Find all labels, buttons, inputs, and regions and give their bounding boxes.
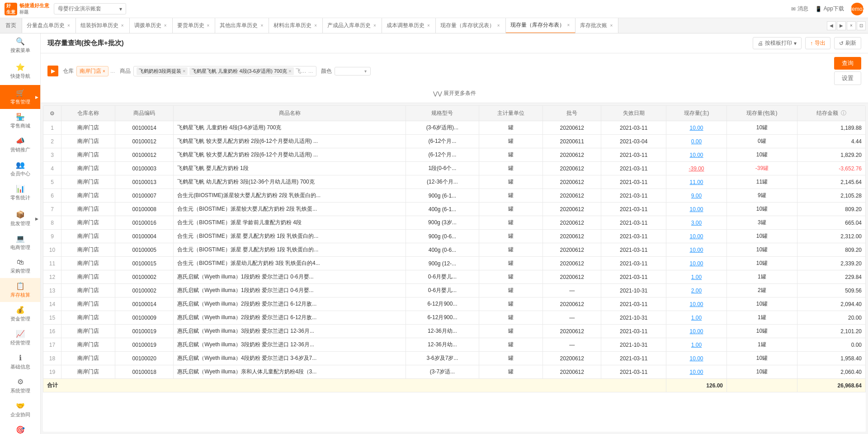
- tab-next-btn[interactable]: ▶: [837, 21, 846, 30]
- row-qty[interactable]: 10.00: [666, 203, 727, 216]
- sidebar-item-wholesale[interactable]: 📦 批发管理 ▶: [0, 207, 40, 231]
- row-qty[interactable]: 3.00: [666, 216, 727, 230]
- product-tag-2[interactable]: 飞鹤星飞帆 儿童奶粉 4段(3-6岁适用) 700克 ×: [189, 67, 293, 75]
- row-qty[interactable]: -39.00: [666, 162, 727, 175]
- row-batch: 20200612: [543, 175, 601, 189]
- tab-qitachuку[interactable]: 其他出库单历史 ×: [215, 18, 269, 33]
- filter-dots-btn[interactable]: …: [308, 68, 313, 74]
- tab-maximize-btn[interactable]: ⊡: [857, 21, 866, 30]
- row-qty[interactable]: 10.00: [666, 352, 727, 365]
- sidebar-item-corp[interactable]: 🤝 企业协同: [0, 398, 40, 422]
- tab-cailiao[interactable]: 材料出库单历史 ×: [269, 18, 323, 33]
- query-button[interactable]: 查询: [834, 57, 861, 70]
- row-code: 00100012: [115, 135, 174, 148]
- warehouse-tag[interactable]: 南岸门店 ×: [76, 66, 108, 76]
- info-icon[interactable]: ⓘ: [841, 110, 846, 116]
- close-icon[interactable]: ×: [183, 68, 185, 74]
- close-icon[interactable]: ×: [163, 23, 168, 28]
- close-icon[interactable]: ×: [120, 23, 125, 28]
- row-qty[interactable]: 0.00: [666, 135, 727, 148]
- sidebar-item-system[interactable]: ⚙ 系统管理: [0, 374, 40, 398]
- close-icon[interactable]: ×: [609, 23, 613, 28]
- tab-kucun-status[interactable]: 现存量（库存状况表）×: [436, 18, 506, 33]
- row-qty[interactable]: 10.00: [666, 365, 727, 379]
- tab-kucun-dist[interactable]: 现存量（库存分布表）×: [506, 18, 576, 33]
- industry-selector[interactable]: 母婴行业演示账套 ▾: [54, 3, 126, 14]
- row-qty[interactable]: 10.00: [666, 325, 727, 338]
- sidebar-label-ops: 经营管理: [10, 340, 30, 346]
- color-filter-input[interactable]: ▾: [335, 67, 371, 75]
- sidebar-item-nav[interactable]: ⭐ 快捷导航: [0, 59, 40, 83]
- row-qty[interactable]: 11.00: [666, 175, 727, 189]
- sidebar-item-basics[interactable]: ℹ 基础信息: [0, 350, 40, 374]
- row-name: 惠氏启赋（Wyeth illuma）3段奶粉 爱尔兰进口 12-36月...: [174, 325, 406, 338]
- row-qty[interactable]: 1.00: [666, 338, 727, 352]
- table-row: 18 南岸门店 00100020 惠氏启赋（Wyeth illuma）4段奶粉 …: [43, 352, 866, 365]
- row-qty[interactable]: 10.00: [666, 230, 727, 243]
- sidebar-item-inventory[interactable]: 📋 库存核算: [0, 278, 40, 302]
- row-num: 11: [43, 257, 61, 270]
- close-icon[interactable]: ×: [426, 23, 431, 28]
- close-icon[interactable]: ×: [496, 23, 501, 28]
- row-qty[interactable]: 1.00: [666, 311, 727, 325]
- row-batch: 20200612: [543, 189, 601, 203]
- close-icon[interactable]: ×: [288, 68, 291, 74]
- close-icon[interactable]: ×: [66, 23, 71, 28]
- tab-yaohuo[interactable]: 要货单历史 ×: [173, 18, 216, 33]
- tab-prev-btn[interactable]: ◀: [827, 21, 836, 30]
- table-row: 10 南岸门店 00100005 合生元（BIOSTIME）派星 婴儿配方奶粉 …: [43, 243, 866, 257]
- sidebar-item-finance[interactable]: 💰 资金管理: [0, 302, 40, 326]
- tab-zuzhuang[interactable]: 组装拆卸单历史 ×: [76, 18, 130, 33]
- close-icon[interactable]: ×: [206, 23, 211, 28]
- app-download-button[interactable]: 📱 App下载: [815, 5, 844, 13]
- sidebar-item-guide[interactable]: 🎯 新手引导: [0, 422, 40, 434]
- close-icon[interactable]: ×: [259, 23, 264, 28]
- tab-chengpin[interactable]: 产成品入库单历史 ×: [323, 18, 382, 33]
- row-qty[interactable]: 10.00: [666, 121, 727, 135]
- close-icon[interactable]: ×: [566, 22, 571, 28]
- filter-more-btn[interactable]: …: [110, 68, 115, 74]
- row-qty[interactable]: 10.00: [666, 243, 727, 257]
- product-tag-1[interactable]: 飞鹤奶粉3段两提装 ×: [137, 67, 188, 75]
- row-qty[interactable]: 2.00: [666, 284, 727, 297]
- sidebar-item-retail[interactable]: 🛒 零售管理 ▶: [0, 85, 40, 109]
- sidebar-item-search[interactable]: 🔍 搜索菜单: [0, 33, 40, 57]
- tab-close-btn[interactable]: ×: [847, 21, 856, 30]
- sidebar-label-system: 系统管理: [10, 387, 30, 394]
- row-qty[interactable]: 10.00: [666, 148, 727, 162]
- data-table: ⚙ 仓库名称 商品编码 商品名称 规格型号 主计量单位 批号 失效日期 现存量(…: [43, 105, 866, 392]
- row-qty[interactable]: 10.00: [666, 257, 727, 270]
- sidebar-item-ecom[interactable]: 💻 电商管理: [0, 231, 40, 255]
- setting-button[interactable]: 设置: [834, 71, 861, 85]
- close-icon[interactable]: ×: [313, 23, 318, 28]
- expand-filter-btn[interactable]: ⋁⋁ 展开更多条件: [431, 88, 478, 99]
- sidebar-item-purchase[interactable]: 🛍 采购管理: [0, 255, 40, 278]
- sidebar-item-store[interactable]: 🏪 零售商城: [0, 109, 40, 133]
- sidebar-item-retail-stats[interactable]: 📊 零售统计: [0, 181, 40, 205]
- row-name: 飞鹤星飞帆 较大婴儿配方奶粉 2段(6-12个月婴幼儿适用) ...: [174, 148, 406, 162]
- row-qty[interactable]: 1.00: [666, 270, 727, 284]
- tab-fenpan[interactable]: 分量盘点单历史 ×: [22, 18, 76, 33]
- sidebar-item-marketing[interactable]: 📣 营销推广: [0, 133, 40, 157]
- avatar[interactable]: demo2: [851, 3, 863, 15]
- export-button[interactable]: ↑ 导出: [805, 37, 830, 49]
- tab-chengben[interactable]: 成本调整单历史 ×: [382, 18, 436, 33]
- tab-kucun-batch[interactable]: 库存批次账 ×: [576, 18, 618, 33]
- row-warehouse: 南岸门店: [61, 270, 115, 284]
- sidebar-item-ops[interactable]: 📈 经营管理: [0, 326, 40, 350]
- row-qty[interactable]: 10.00: [666, 297, 727, 311]
- tab-diaobo[interactable]: 调拨单历史 ×: [130, 18, 173, 33]
- messages-button[interactable]: ✉ 消息: [791, 5, 808, 13]
- print-button[interactable]: 🖨 按模板打印 ▾: [753, 37, 802, 49]
- close-icon[interactable]: ×: [373, 23, 377, 28]
- tab-home[interactable]: 首页: [0, 18, 22, 33]
- row-qty[interactable]: 9.00: [666, 189, 727, 203]
- close-icon[interactable]: ×: [103, 69, 105, 74]
- industry-label: 母婴行业演示账套: [58, 5, 101, 13]
- sidebar-item-members[interactable]: 👥 会员中心: [0, 157, 40, 181]
- refresh-button[interactable]: ↺ 刷新: [834, 37, 861, 49]
- product-filter-input[interactable]: 飞鹤奶粉3段两提装 × 飞鹤星飞帆 儿童奶粉 4段(3-6岁适用) 700克 ×…: [133, 66, 316, 76]
- th-settings[interactable]: ⚙: [43, 106, 61, 121]
- filter-toggle-btn[interactable]: ▶: [47, 66, 58, 76]
- product-more[interactable]: 飞…: [296, 67, 307, 75]
